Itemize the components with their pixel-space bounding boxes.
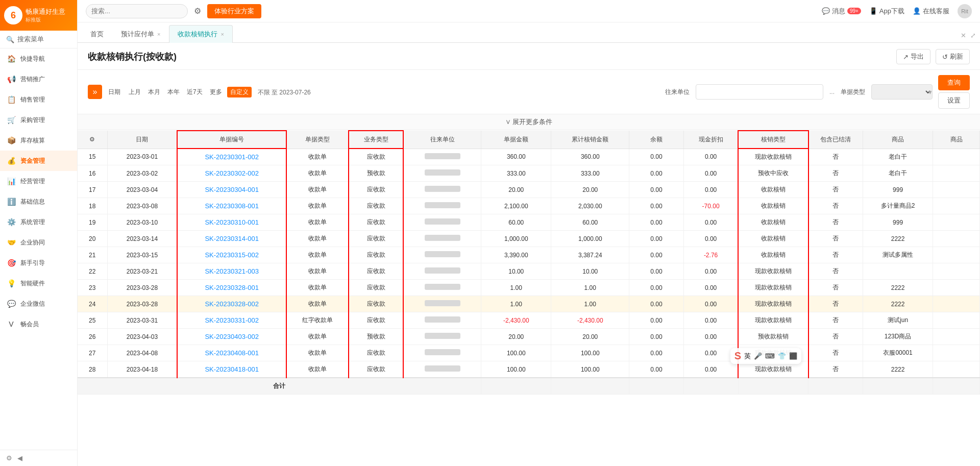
cell-num: 22 [78,263,107,280]
order-no-link[interactable]: SK-20230418-001 [205,365,259,373]
sidebar-item-marketing[interactable]: 📢 营销推广 [0,69,77,89]
order-no-link[interactable]: SK-20230331-002 [205,316,259,324]
doc-type-select[interactable] [871,84,933,100]
cell-amount: 60.00 [481,214,551,231]
tab-payable[interactable]: 预计应付单 × [112,25,169,43]
filter-toggle-button[interactable]: » [88,85,102,99]
tab-expand-icon[interactable]: ⤢ [970,32,976,39]
sidebar-item-member[interactable]: V 畅会员 [0,314,77,334]
cell-included: 否 [808,345,863,361]
order-no-link[interactable]: SK-20230302-002 [205,169,259,177]
partner-blurred [425,218,460,225]
col-header-biz-type[interactable]: 业务类型 [349,131,403,149]
table-row: 26 2023-04-03 SK-20230403-002 收款单 预收款 20… [78,329,980,345]
col-header-goods2[interactable]: 商品 [933,131,980,149]
col-header-amount[interactable]: 单据金额 [481,131,551,149]
order-no-link[interactable]: SK-20230304-001 [205,186,259,193]
cell-amount: 100.00 [481,345,551,361]
cell-included: 否 [808,312,863,329]
sidebar-item-operation[interactable]: 📊 经营管理 [0,171,77,191]
date-quick-buttons: 上月 本月 本年 近7天 更多 自定义 [127,87,252,97]
order-no-link[interactable]: SK-20230315-002 [205,251,259,259]
cell-date: 2023-03-01 [107,149,177,165]
order-no-link[interactable]: SK-20230408-001 [205,349,259,357]
col-header-discount[interactable]: 现金折扣 [683,131,738,149]
table-row: 25 2023-03-31 SK-20230331-002 红字收款单 应收款 … [78,312,980,329]
sidebar-item-sales[interactable]: 📋 销售管理 [0,89,77,110]
order-no-link[interactable]: SK-20230308-001 [205,202,259,210]
sidebar-item-system[interactable]: ⚙️ 系统管理 [0,212,77,232]
tab-close-all-icon[interactable]: ✕ [961,32,966,39]
cell-discount: 0.00 [683,312,738,329]
sidebar-item-enterprise[interactable]: 🤝 企业协同 [0,232,77,253]
cell-balance: 0.00 [629,182,684,198]
col-header-cancel-type[interactable]: 核销类型 [738,131,808,149]
col-header-cumulative[interactable]: 累计核销金额 [551,131,629,149]
cell-amount: 1.00 [481,296,551,312]
payable-tab-close[interactable]: × [157,31,160,37]
filter-expand-row[interactable]: ∨ 展开更多条件 [78,114,980,130]
col-header-order-no[interactable]: 单据编号 [177,131,286,149]
date-btn-prev-month[interactable]: 上月 [127,87,143,97]
order-no-link[interactable]: SK-20230328-001 [205,284,259,291]
cell-biz-type: 预收款 [349,329,403,345]
receipt-cancel-tab-close[interactable]: × [220,31,224,37]
order-no-link[interactable]: SK-20230403-002 [205,333,259,340]
date-btn-this-year[interactable]: 本年 [165,87,182,97]
order-no-link[interactable]: SK-20230328-002 [205,300,259,308]
solution-button[interactable]: 体验行业方案 [207,4,261,18]
col-header-doc-type[interactable]: 单据类型 [286,131,349,149]
order-no-link[interactable]: SK-20230310-001 [205,218,259,226]
sidebar-item-purchase[interactable]: 🛒 采购管理 [0,110,77,130]
collapse-icon[interactable]: ◀ [17,454,22,462]
online-support-area[interactable]: 👤 在线客服 [913,7,949,16]
sidebar-search[interactable]: 🔍 搜索菜单 [0,31,77,48]
refresh-button[interactable]: ↺ 刷新 [936,49,970,64]
cell-discount: 0.00 [683,231,738,247]
sidebar-item-hardware[interactable]: 💡 智能硬件 [0,273,77,293]
col-header-goods[interactable]: 商品 [863,131,933,149]
sidebar-item-quick-nav[interactable]: 🏠 快捷导航 [0,48,77,69]
cell-amount: 360.00 [481,149,551,165]
col-header-settings[interactable]: ⚙ [78,131,107,149]
date-btn-7days[interactable]: 近7天 [185,87,205,97]
tab-receipt-cancel[interactable]: 收款核销执行 × [169,25,232,43]
order-no-link[interactable]: SK-20230321-003 [205,267,259,275]
partner-filter-input[interactable] [696,84,823,100]
settings-button[interactable]: 设置 [938,92,970,109]
col-header-partner[interactable]: 往来单位 [403,131,481,149]
export-button[interactable]: ↗ 导出 [896,49,930,64]
cell-doc-type: 红字收款单 [286,312,349,329]
messages-area[interactable]: 💬 消息 99+ [822,7,861,16]
date-btn-more[interactable]: 更多 [208,87,224,97]
sidebar-item-inventory[interactable]: 📦 库存核算 [0,130,77,151]
date-btn-this-month[interactable]: 本月 [146,87,162,97]
topbar-search-input[interactable] [86,4,188,18]
table-row: 23 2023-03-28 SK-20230328-001 收款单 应收款 1.… [78,280,980,296]
order-no-link[interactable]: SK-20230301-002 [205,153,259,161]
cell-biz-type: 应收款 [349,149,403,165]
settings-bottom-icon[interactable]: ⚙ [6,454,12,462]
tab-home[interactable]: 首页 [82,25,112,43]
date-btn-custom[interactable]: 自定义 [227,87,252,97]
order-no-link[interactable]: SK-20230314-001 [205,235,259,242]
sidebar-item-basic[interactable]: ℹ️ 基础信息 [0,191,77,212]
sidebar-item-guide[interactable]: 🎯 新手引导 [0,253,77,273]
col-header-date[interactable]: 日期 [107,131,177,149]
query-button[interactable]: 查询 [938,75,970,90]
col-header-balance[interactable]: 余额 [629,131,684,149]
sidebar-item-finance[interactable]: 💰 资金管理 [0,151,77,171]
col-header-included[interactable]: 包含已结清 [808,131,863,149]
cell-doc-type: 收款单 [286,198,349,214]
user-avatar[interactable]: Rit [958,4,972,18]
cell-order-no: SK-20230418-001 [177,361,286,378]
page-header: 收款核销执行(按收款) ↗ 导出 ↺ 刷新 [78,43,980,70]
sidebar-icon-marketing: 📢 [6,74,16,84]
cell-cumulative: 3,387.24 [551,247,629,263]
sidebar-item-wechat[interactable]: 💬 企业微信 [0,293,77,314]
app-download-area[interactable]: 📱 App下载 [869,7,904,16]
topbar-gear-icon[interactable]: ⚙ [194,6,201,16]
partner-more-dots[interactable]: ... [829,88,835,95]
data-table-container: ⚙ 日期 单据编号 单据类型 业务类型 往来单位 单据金额 累计核销金额 余额 … [78,130,980,466]
sidebar-icon-purchase: 🛒 [6,115,16,125]
